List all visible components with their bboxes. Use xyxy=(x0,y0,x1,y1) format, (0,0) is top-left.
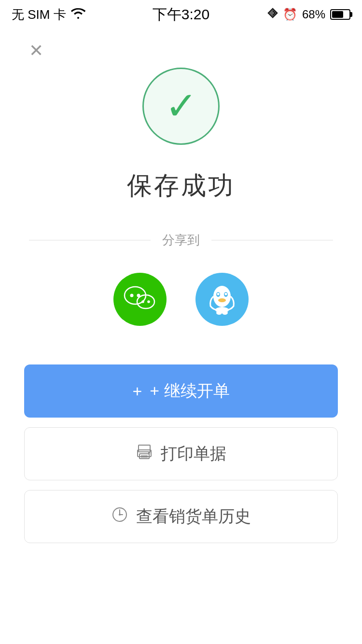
svg-rect-15 xyxy=(139,445,150,452)
svg-point-5 xyxy=(147,300,150,303)
status-bar: 无 SIM 卡 下午3:20 ⏰ 68% xyxy=(0,0,362,29)
divider-line-right xyxy=(211,240,333,240)
svg-point-10 xyxy=(225,293,227,295)
share-label: 分享到 xyxy=(151,232,211,249)
svg-point-1 xyxy=(130,294,134,297)
printer-icon xyxy=(136,443,153,464)
success-title: 保存成功 xyxy=(127,169,235,203)
close-button[interactable]: ✕ xyxy=(24,39,48,63)
svg-point-13 xyxy=(216,311,222,315)
svg-point-9 xyxy=(217,293,220,295)
buttons-section: + + 继续开单 打印单据 xyxy=(0,364,362,543)
status-right: ⏰ 68% xyxy=(267,8,350,21)
divider-line-left xyxy=(29,240,151,240)
checkmark-icon: ✓ xyxy=(165,87,197,126)
close-icon: ✕ xyxy=(29,42,43,59)
svg-point-11 xyxy=(218,298,226,302)
history-button[interactable]: 查看销货单历史 xyxy=(24,490,338,543)
alarm-icon: ⏰ xyxy=(283,8,297,21)
history-icon xyxy=(111,506,128,527)
status-time: 下午3:20 xyxy=(153,5,209,25)
svg-point-4 xyxy=(141,300,144,303)
svg-point-20 xyxy=(148,452,150,454)
continue-order-button[interactable]: + + 继续开单 xyxy=(24,364,338,418)
wifi-icon xyxy=(71,7,85,22)
print-label: 打印单据 xyxy=(161,443,226,465)
battery-indicator xyxy=(330,9,350,20)
location-icon xyxy=(267,8,278,21)
wechat-share-button[interactable] xyxy=(113,273,167,326)
svg-point-14 xyxy=(222,311,228,315)
svg-point-6 xyxy=(213,286,231,307)
share-divider: 分享到 xyxy=(0,232,362,249)
main-content: ✓ 保存成功 分享到 xyxy=(0,29,362,543)
wechat-icon xyxy=(124,286,156,313)
qq-icon xyxy=(206,282,238,317)
history-label: 查看销货单历史 xyxy=(136,505,251,528)
success-circle: ✓ xyxy=(142,68,220,145)
battery-percent-text: 68% xyxy=(302,8,325,21)
plus-icon: + xyxy=(132,382,142,401)
share-icons xyxy=(113,273,249,326)
qq-share-button[interactable] xyxy=(195,273,249,326)
continue-order-label: + 继续开单 xyxy=(150,380,229,402)
sim-text: 无 SIM 卡 xyxy=(12,6,66,23)
print-button[interactable]: 打印单据 xyxy=(24,427,338,480)
status-left: 无 SIM 卡 xyxy=(12,6,85,23)
